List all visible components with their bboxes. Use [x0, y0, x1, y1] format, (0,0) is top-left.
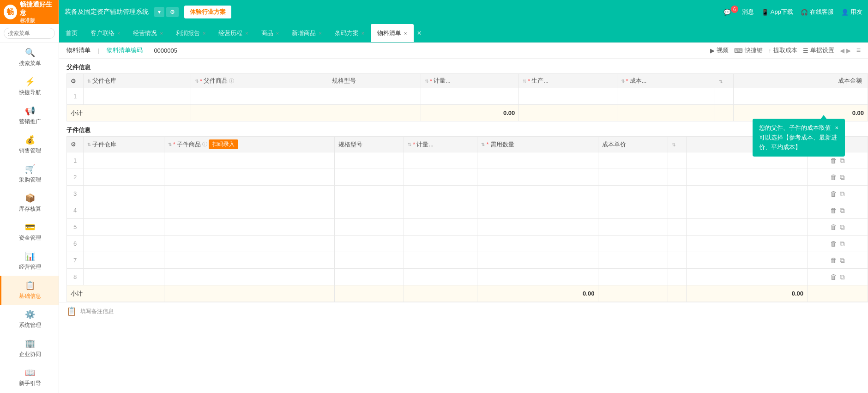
online-service-item[interactable]: 🎧 在线客服 — [801, 8, 834, 16]
trial-button[interactable]: 体验行业方案 — [184, 6, 231, 18]
delete-icon-7[interactable]: 🗑 — [830, 256, 837, 265]
sort-icon[interactable]: ⇅ — [408, 142, 411, 147]
child-cell-goods-2[interactable] — [164, 169, 334, 186]
child-cell-qty-5[interactable] — [477, 219, 598, 236]
child-cell-qty-4[interactable] — [477, 202, 598, 219]
tab-bom[interactable]: 物料清单 × — [371, 24, 413, 42]
child-cell-qty-7[interactable] — [477, 252, 598, 269]
sidebar-item-guide[interactable]: 📖 新手引导 — [0, 363, 59, 392]
sidebar-item-inventory[interactable]: 📦 库存核算 — [0, 188, 59, 218]
copy-icon-4[interactable]: ⧉ — [840, 206, 845, 215]
sidebar-item-search[interactable]: 🔍 搜索菜单 — [0, 43, 59, 72]
copy-icon-2[interactable]: ⧉ — [840, 173, 845, 181]
child-cell-spec-1[interactable] — [334, 152, 404, 169]
single-settings-btn[interactable]: ☰ 单据设置 — [803, 46, 834, 54]
delete-icon-2[interactable]: 🗑 — [830, 173, 837, 181]
message-item[interactable]: 💬 6 消息 — [723, 8, 754, 16]
child-cell-goods-6[interactable] — [164, 236, 334, 252]
view-btn[interactable]: ▶ 视频 — [710, 46, 729, 54]
child-cell-spec-3[interactable] — [334, 186, 404, 202]
tooltip-close-btn[interactable]: × — [835, 123, 838, 133]
sort-icon[interactable]: ⇅ — [168, 142, 172, 147]
delete-icon-1[interactable]: 🗑 — [830, 157, 837, 165]
child-cell-spec-7[interactable] — [334, 252, 404, 269]
child-cell-warehouse-7[interactable] — [84, 252, 164, 269]
settings-gear-icon[interactable]: ⚙ — [71, 78, 76, 85]
sort-icon[interactable]: ⇅ — [523, 79, 526, 84]
child-cell-unit-cost-7[interactable] — [598, 252, 668, 269]
child-cell-spec-5[interactable] — [334, 219, 404, 236]
child-cell-spec-8[interactable] — [334, 269, 404, 285]
child-cell-warehouse-1[interactable] — [84, 152, 164, 169]
scan-button[interactable]: 扫码录入 — [209, 139, 238, 149]
child-cell-measure-6[interactable] — [404, 236, 477, 252]
copy-icon-3[interactable]: ⧉ — [840, 190, 845, 198]
child-cell-qty-3[interactable] — [477, 186, 598, 202]
delete-icon-6[interactable]: 🗑 — [830, 240, 837, 248]
settings-btn[interactable]: ⚙ — [166, 7, 179, 17]
child-cell-warehouse-8[interactable] — [84, 269, 164, 285]
delete-icon-3[interactable]: 🗑 — [830, 190, 837, 198]
child-cell-goods-3[interactable] — [164, 186, 334, 202]
child-cell-warehouse-2[interactable] — [84, 169, 164, 186]
child-cell-unit-cost-4[interactable] — [598, 202, 668, 219]
sort-arrows-icon[interactable]: ⇅ — [719, 79, 723, 84]
extract-cost-btn[interactable]: ↑ 提取成本 — [768, 46, 797, 54]
tab-customer-close[interactable]: × — [117, 30, 120, 36]
copy-icon-6[interactable]: ⧉ — [840, 240, 845, 248]
help-icon[interactable]: ⓘ — [229, 78, 234, 85]
tab-barcode-close[interactable]: × — [362, 30, 364, 36]
tab-new-goods-close[interactable]: × — [319, 30, 321, 36]
child-cell-unit-cost-6[interactable] — [598, 236, 668, 252]
copy-icon-5[interactable]: ⧉ — [840, 223, 845, 231]
delete-icon-5[interactable]: 🗑 — [830, 223, 837, 231]
tab-new-goods[interactable]: 新增商品 × — [285, 24, 328, 42]
delete-icon-4[interactable]: 🗑 — [830, 206, 837, 215]
copy-icon-7[interactable]: ⧉ — [840, 256, 845, 265]
delete-icon-8[interactable]: 🗑 — [830, 273, 837, 281]
prev-page-btn[interactable]: ◀ — [840, 47, 844, 54]
tab-goods[interactable]: 商品 × — [255, 24, 285, 42]
tab-goods-close[interactable]: × — [276, 30, 279, 36]
child-cell-warehouse-6[interactable] — [84, 236, 164, 252]
list-view-btn[interactable]: ≡ — [856, 46, 861, 54]
search-input[interactable] — [4, 28, 55, 39]
child-cell-goods-5[interactable] — [164, 219, 334, 236]
child-cell-measure-2[interactable] — [404, 169, 477, 186]
sidebar-item-operations[interactable]: 📊 经营管理 — [0, 247, 59, 276]
child-cell-measure-7[interactable] — [404, 252, 477, 269]
sort-arrows-icon[interactable]: ⇅ — [672, 142, 675, 147]
child-cell-spec-2[interactable] — [334, 169, 404, 186]
tab-history-close[interactable]: × — [245, 30, 248, 36]
child-cell-warehouse-5[interactable] — [84, 219, 164, 236]
parent-cell-measure-1[interactable] — [421, 88, 518, 105]
notes-placeholder[interactable]: 填写备注信息 — [80, 308, 114, 315]
parent-cell-spec-1[interactable] — [328, 88, 421, 105]
dropdown-btn[interactable]: ▾ — [154, 7, 164, 17]
child-cell-measure-8[interactable] — [404, 269, 477, 285]
help-icon[interactable]: ⓘ — [202, 141, 207, 148]
sort-icon[interactable]: ⇅ — [87, 79, 91, 84]
child-cell-measure-4[interactable] — [404, 202, 477, 219]
tab-barcode[interactable]: 条码方案 × — [328, 24, 371, 42]
tab-profit[interactable]: 利润报告 × — [169, 24, 212, 42]
copy-icon-8[interactable]: ⧉ — [840, 273, 845, 281]
sidebar-item-purchase[interactable]: 🛒 采购管理 — [0, 159, 59, 188]
tab-profit-close[interactable]: × — [203, 30, 205, 36]
shortcut-btn[interactable]: ⌨ 快捷键 — [734, 46, 763, 54]
child-cell-unit-cost-8[interactable] — [598, 269, 668, 285]
tab-history[interactable]: 经营历程 × — [212, 24, 254, 42]
child-cell-warehouse-3[interactable] — [84, 186, 164, 202]
sidebar-item-quick-nav[interactable]: ⚡ 快捷导航 — [0, 72, 59, 101]
sort-icon[interactable]: ⇅ — [195, 79, 199, 84]
sidebar-item-finance[interactable]: 💳 资金管理 — [0, 218, 59, 247]
child-cell-goods-4[interactable] — [164, 202, 334, 219]
child-cell-unit-cost-3[interactable] — [598, 186, 668, 202]
child-cell-unit-cost-2[interactable] — [598, 169, 668, 186]
sidebar-item-system[interactable]: ⚙️ 系统管理 — [0, 305, 59, 334]
sort-icon[interactable]: ⇅ — [481, 142, 485, 147]
tab-home[interactable]: 首页 — [59, 24, 84, 42]
child-cell-warehouse-4[interactable] — [84, 202, 164, 219]
sort-icon[interactable]: ⇅ — [425, 79, 428, 84]
nav-close-all[interactable]: × — [414, 29, 425, 37]
